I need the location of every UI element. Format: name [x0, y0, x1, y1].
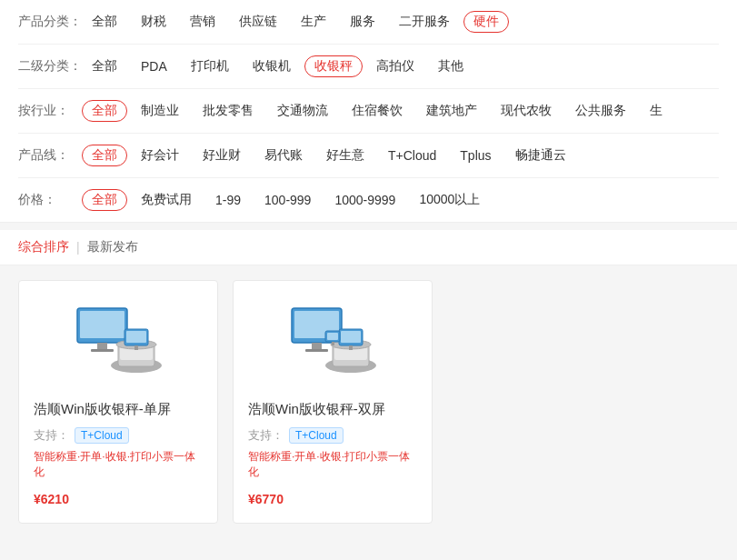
- price-item-1[interactable]: 免费试用: [131, 189, 202, 211]
- subcategory-items: 全部 PDA 打印机 收银机 收银秤 高拍仪 其他: [82, 55, 473, 77]
- industry-item-4[interactable]: 住宿餐饮: [342, 100, 413, 122]
- subcategory-item-1[interactable]: PDA: [131, 56, 177, 76]
- svg-rect-3: [91, 349, 114, 352]
- svg-rect-14: [305, 349, 328, 352]
- product-desc-0: 智能称重·开单·收银·打印小票一体化: [34, 449, 203, 480]
- category-item-2[interactable]: 营销: [180, 11, 225, 33]
- sort-bar: 综合排序 | 最新发布: [0, 230, 737, 265]
- support-label-1: 支持：: [248, 427, 284, 444]
- category-item-7[interactable]: 硬件: [463, 11, 509, 33]
- product-image-1: [248, 299, 417, 390]
- product-card-1[interactable]: 浩顺Win版收银秤-双屏 支持： T+Cloud 智能称重·开单·收银·打印小票…: [233, 280, 433, 524]
- industry-item-0[interactable]: 全部: [82, 100, 127, 122]
- products-area: 浩顺Win版收银秤-单屏 支持： T+Cloud 智能称重·开单·收银·打印小票…: [0, 265, 737, 538]
- support-badge-1: T+Cloud: [289, 427, 344, 444]
- subcategory-item-6[interactable]: 其他: [428, 55, 473, 77]
- support-label-0: 支持：: [34, 427, 69, 444]
- productline-item-1[interactable]: 好会计: [131, 145, 189, 166]
- product-price-1: ¥6770: [248, 487, 417, 508]
- price-item-0[interactable]: 全部: [82, 189, 127, 211]
- productline-item-0[interactable]: 全部: [82, 145, 127, 166]
- industry-item-2[interactable]: 批发零售: [193, 100, 264, 122]
- svg-rect-1: [80, 311, 124, 338]
- industry-item-7[interactable]: 公共服务: [565, 100, 636, 122]
- subcategory-filter-row: 二级分类： 全部 PDA 打印机 收银机 收银秤 高拍仪 其他: [18, 45, 719, 89]
- svg-rect-9: [126, 331, 146, 343]
- price-item-4[interactable]: 1000-9999: [324, 190, 405, 210]
- category-item-4[interactable]: 生产: [291, 11, 336, 33]
- industry-label: 按行业：: [18, 103, 82, 119]
- product-support-0: 支持： T+Cloud: [34, 427, 203, 444]
- subcategory-item-3[interactable]: 收银机: [243, 55, 301, 77]
- subcategory-item-0[interactable]: 全部: [82, 55, 127, 77]
- productline-item-6[interactable]: Tplus: [450, 145, 501, 165]
- price-symbol-1: ¥: [248, 492, 255, 506]
- industry-item-8[interactable]: 生: [640, 100, 672, 122]
- price-items: 全部 免费试用 1-99 100-999 1000-9999 10000以上: [82, 189, 490, 211]
- price-symbol-0: ¥: [34, 492, 41, 506]
- category-label: 产品分类：: [18, 14, 82, 30]
- category-item-5[interactable]: 服务: [340, 11, 385, 33]
- subcategory-label: 二级分类：: [18, 58, 82, 75]
- productline-item-3[interactable]: 易代账: [254, 145, 313, 166]
- industry-item-3[interactable]: 交通物流: [267, 100, 338, 122]
- product-desc-1: 智能称重·开单·收银·打印小票一体化: [248, 449, 417, 480]
- svg-rect-10: [134, 345, 138, 350]
- svg-rect-13: [312, 343, 322, 350]
- industry-item-1[interactable]: 制造业: [131, 100, 189, 122]
- product-name-0: 浩顺Win版收银秤-单屏: [34, 401, 203, 418]
- subcategory-item-2[interactable]: 打印机: [181, 55, 239, 77]
- productline-item-4[interactable]: 好生意: [316, 145, 374, 166]
- industry-item-6[interactable]: 现代农牧: [491, 100, 562, 122]
- product-price-0: ¥6210: [34, 487, 203, 508]
- category-item-3[interactable]: 供应链: [229, 11, 287, 33]
- price-item-2[interactable]: 1-99: [205, 190, 251, 210]
- price-filter-row: 价格： 全部 免费试用 1-99 100-999 1000-9999 10000…: [18, 178, 719, 222]
- productline-item-5[interactable]: T+Cloud: [378, 145, 446, 165]
- category-item-0[interactable]: 全部: [82, 11, 127, 33]
- svg-rect-2: [97, 343, 107, 350]
- product-card-0[interactable]: 浩顺Win版收银秤-单屏 支持： T+Cloud 智能称重·开单·收银·打印小票…: [18, 280, 218, 524]
- price-value-0: 6210: [41, 492, 69, 506]
- price-label: 价格：: [18, 192, 82, 208]
- support-badge-0: T+Cloud: [75, 427, 129, 444]
- product-name-1: 浩顺Win版收银秤-双屏: [248, 401, 417, 418]
- category-item-6[interactable]: 二开服务: [389, 11, 460, 33]
- product-support-1: 支持： T+Cloud: [248, 427, 417, 444]
- svg-rect-21: [349, 345, 353, 350]
- productline-filter-row: 产品线： 全部 好会计 好业财 易代账 好生意 T+Cloud Tplus 畅捷…: [18, 134, 719, 178]
- industry-items: 全部 制造业 批发零售 交通物流 住宿餐饮 建筑地产 现代农牧 公共服务 生: [82, 100, 672, 122]
- category-items: 全部 财税 营销 供应链 生产 服务 二开服务 硬件: [82, 11, 509, 33]
- subcategory-item-5[interactable]: 高拍仪: [366, 55, 424, 77]
- svg-rect-20: [341, 331, 361, 343]
- productline-item-7[interactable]: 畅捷通云: [505, 145, 576, 166]
- category-item-1[interactable]: 财税: [131, 11, 176, 33]
- price-item-5[interactable]: 10000以上: [409, 189, 490, 211]
- subcategory-item-4[interactable]: 收银秤: [304, 55, 363, 77]
- productline-label: 产品线：: [18, 147, 82, 164]
- sort-latest[interactable]: 最新发布: [87, 239, 138, 255]
- price-value-1: 6770: [255, 492, 284, 506]
- svg-rect-23: [327, 333, 338, 340]
- industry-filter-row: 按行业： 全部 制造业 批发零售 交通物流 住宿餐饮 建筑地产 现代农牧 公共服…: [18, 89, 719, 134]
- productline-items: 全部 好会计 好业财 易代账 好生意 T+Cloud Tplus 畅捷通云: [82, 145, 576, 166]
- productline-item-2[interactable]: 好业财: [193, 145, 251, 166]
- category-filter-row: 产品分类： 全部 财税 营销 供应链 生产 服务 二开服务 硬件: [18, 0, 719, 45]
- sort-divider: |: [76, 240, 80, 255]
- product-image-0: [34, 299, 203, 390]
- price-item-3[interactable]: 100-999: [254, 190, 321, 210]
- industry-item-5[interactable]: 建筑地产: [416, 100, 487, 122]
- sort-comprehensive[interactable]: 综合排序: [18, 239, 69, 255]
- svg-rect-24: [332, 342, 334, 345]
- filter-section: 产品分类： 全部 财税 营销 供应链 生产 服务 二开服务 硬件 二级分类： 全…: [0, 0, 737, 223]
